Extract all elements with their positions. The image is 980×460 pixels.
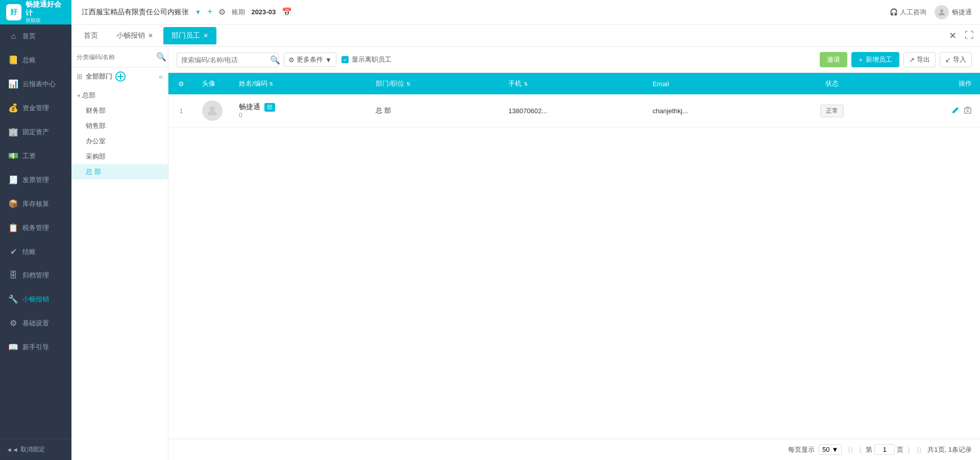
calendar-icon[interactable]: 📅 — [282, 7, 292, 17]
filter-icon: ⚙ — [288, 56, 295, 64]
sidebar: ⌂ 首页 📒 总账 📊 云报表中心 💰 资金管理 🏢 固定资产 💵 工资 🧾 发… — [0, 24, 71, 460]
window-close-btn[interactable]: ✕ — [947, 28, 959, 43]
table-settings-icon[interactable]: ⚙ — [178, 80, 184, 88]
user-area[interactable]: 畅捷通 — [935, 5, 972, 19]
page-suffix: 页 — [897, 445, 903, 454]
tree-panel: 🔍 ⊞ 全部部门 « 总部 财务部 — [71, 47, 168, 460]
period-label: 账期 — [232, 8, 245, 17]
sidebar-item-reports[interactable]: 📊 云报表中心 — [0, 72, 71, 96]
search-icon[interactable]: 🔍 — [270, 55, 280, 65]
top-bar: 好 畅捷通好会计 旗舰版 江西服宝精品有限责任公司内账张 ▼ + ⚙ 账期 20… — [0, 0, 980, 24]
tree-search-area: 🔍 — [71, 47, 168, 67]
search-box: 🔍 — [177, 53, 279, 67]
row-avatar — [194, 94, 231, 127]
settings-icon[interactable]: ⚙ — [218, 7, 226, 17]
add-company-btn[interactable]: + — [207, 7, 213, 17]
sidebar-item-home[interactable]: ⌂ 首页 — [0, 24, 71, 48]
tree-search-input[interactable] — [77, 54, 153, 61]
add-dept-btn[interactable] — [115, 71, 126, 82]
col-dept[interactable]: 部门/职位 — [368, 73, 500, 94]
add-employee-btn[interactable]: + 新增员工 — [851, 52, 899, 67]
tree-child-finance[interactable]: 财务部 — [71, 103, 168, 118]
main-panel: 🔍 ⚙ 更多条件 ▼ ✓ 显示离职员工 邀请 + — [168, 47, 980, 460]
tab-expense[interactable]: 小畅报销 ✕ — [108, 27, 161, 44]
cancel-fixed-btn[interactable]: ◄◄ 取消固定 — [6, 445, 65, 454]
status-badge: 正常 — [820, 105, 844, 117]
next-page-btn[interactable]: ⟩ — [905, 445, 912, 455]
sidebar-item-funds[interactable]: 💰 资金管理 — [0, 96, 71, 120]
fullscreen-btn[interactable]: ⛶ — [963, 28, 976, 43]
invoice-icon: 🧾 — [8, 175, 18, 185]
tree-search-icon[interactable]: 🔍 — [156, 52, 166, 62]
app-title: 畅捷通好会计 — [26, 0, 65, 17]
export-btn[interactable]: ↗ 导出 — [903, 52, 936, 67]
row-email: chanjethkj... — [644, 94, 779, 127]
app-edition: 旗舰版 — [26, 17, 65, 24]
chevron-down-icon: ▼ — [325, 56, 332, 64]
sidebar-item-assets[interactable]: 🏢 固定资产 — [0, 120, 71, 144]
emp-name: 畅捷通 — [239, 103, 260, 111]
col-settings[interactable]: ⚙ — [168, 73, 194, 94]
sidebar-item-close[interactable]: ✔ 结账 — [0, 240, 71, 264]
page-input[interactable] — [874, 444, 895, 455]
period-value: 2023-03 — [251, 8, 276, 16]
tree-child-general[interactable]: 总 部 — [71, 164, 168, 180]
sidebar-item-tax[interactable]: 📋 税务管理 — [0, 216, 71, 240]
col-phone[interactable]: 手机 — [500, 73, 644, 94]
filter-btn[interactable]: ⚙ 更多条件 ▼ — [284, 53, 336, 67]
tree-child-office[interactable]: 办公室 — [71, 134, 168, 149]
invite-btn[interactable]: 邀请 — [820, 52, 847, 67]
avatar-circle — [202, 100, 223, 121]
archive-icon: 🗄 — [8, 271, 18, 280]
employee-search-input[interactable] — [181, 56, 267, 64]
tab-dept-close[interactable]: ✕ — [203, 32, 208, 39]
last-page-btn[interactable]: ⟩⟩ — [914, 445, 923, 455]
sidebar-item-archive[interactable]: 🗄 归档管理 — [0, 264, 71, 287]
prev-page-btn[interactable]: ⟨ — [857, 445, 864, 455]
content-area: 首页 小畅报销 ✕ 部门员工 ✕ ✕ ⛶ 🔍 — [71, 24, 980, 460]
xiaochang-icon: 🔧 — [8, 294, 18, 304]
sidebar-item-ledger[interactable]: 📒 总账 — [0, 48, 71, 72]
sidebar-item-xiaochang[interactable]: 🔧 小畅报销 — [0, 287, 71, 311]
funds-icon: 💰 — [8, 103, 18, 113]
company-dropdown-icon[interactable]: ▼ — [195, 9, 201, 16]
sidebar-item-salary[interactable]: 💵 工资 — [0, 144, 71, 168]
tree-child-sales[interactable]: 销售部 — [71, 118, 168, 134]
tree-child-purchase[interactable]: 采购部 — [71, 149, 168, 164]
sidebar-item-invoice[interactable]: 🧾 发票管理 — [0, 168, 71, 192]
reports-icon: 📊 — [8, 79, 18, 89]
tabs-bar: 首页 小畅报销 ✕ 部门员工 ✕ ✕ ⛶ — [71, 24, 980, 47]
show-resigned-toggle[interactable]: ✓ 显示离职员工 — [341, 55, 391, 64]
tree-all-dept[interactable]: ⊞ 全部部门 « — [71, 67, 168, 86]
row-dept: 总 部 — [368, 94, 500, 127]
toolbar-right: 邀请 + 新增员工 ↗ 导出 ↙ 导入 — [820, 52, 972, 67]
tab-home[interactable]: 首页 — [76, 27, 106, 44]
import-btn[interactable]: ↙ 导入 — [940, 52, 972, 67]
settings-sidebar-icon: ⚙ — [8, 318, 18, 328]
resigned-checkbox[interactable]: ✓ — [341, 56, 349, 63]
home-icon: ⌂ — [8, 32, 18, 41]
toolbar: 🔍 ⚙ 更多条件 ▼ ✓ 显示离职员工 邀请 + — [168, 47, 980, 73]
tab-dept[interactable]: 部门员工 ✕ — [163, 27, 216, 44]
per-page-select[interactable]: 50 ▼ — [819, 444, 842, 455]
logout-btn[interactable] — [964, 106, 972, 116]
tax-icon: 📋 — [8, 223, 18, 233]
tab-expense-close[interactable]: ✕ — [148, 32, 153, 39]
salary-icon: 💵 — [8, 151, 18, 161]
avatar — [935, 5, 949, 19]
col-name[interactable]: 姓名/编码 — [231, 73, 368, 94]
export-icon: ↗ — [909, 56, 915, 64]
service-btn[interactable]: 🎧 人工咨询 — [890, 8, 926, 17]
sidebar-item-guide[interactable]: 📖 新手引导 — [0, 335, 71, 359]
svg-point-0 — [940, 9, 943, 12]
row-status: 正常 — [780, 94, 884, 127]
col-actions: 操作 — [884, 73, 980, 94]
first-page-btn[interactable]: ⟨⟨ — [846, 445, 855, 455]
edit-btn[interactable] — [951, 106, 960, 116]
sidebar-item-settings[interactable]: ⚙ 基础设置 — [0, 311, 71, 335]
sidebar-item-inventory[interactable]: 📦 库存核算 — [0, 192, 71, 216]
per-page-label: 每页显示 — [788, 445, 815, 454]
tree-collapse-btn[interactable]: « — [159, 72, 163, 81]
user-name: 畅捷通 — [952, 8, 972, 17]
tree-parent-general[interactable]: 总部 — [71, 88, 168, 103]
